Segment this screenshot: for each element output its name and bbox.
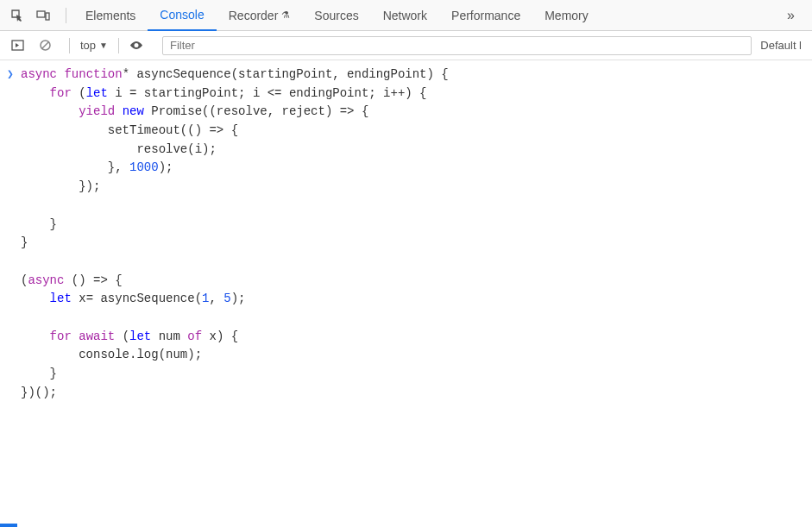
code-block: async function* asyncSequence(startingPo… [21, 66, 805, 402]
devtools-tabs: Elements Console Recorder⚗ Sources Netwo… [0, 0, 812, 31]
console-toolbar: top▼ Default l [0, 31, 812, 60]
console-input-line[interactable]: ❯ async function* asyncSequence(starting… [0, 66, 812, 402]
tab-performance[interactable]: Performance [439, 0, 532, 31]
caret-down-icon: ▼ [99, 41, 108, 50]
device-toggle-icon[interactable] [33, 5, 54, 26]
svg-rect-1 [46, 13, 49, 20]
context-selector[interactable]: top▼ [77, 39, 111, 52]
separator [69, 38, 70, 53]
inspect-icon[interactable] [7, 5, 28, 26]
tab-elements[interactable]: Elements [73, 0, 148, 31]
filter-input[interactable] [162, 36, 752, 55]
progress-indicator [0, 524, 17, 527]
log-levels[interactable]: Default l [760, 39, 805, 52]
tab-recorder[interactable]: Recorder⚗ [217, 0, 303, 31]
tab-network[interactable]: Network [371, 0, 439, 31]
eye-icon[interactable] [126, 35, 147, 56]
svg-rect-0 [37, 11, 45, 17]
separator [118, 38, 119, 53]
flask-icon: ⚗ [281, 9, 290, 21]
tab-console[interactable]: Console [148, 0, 216, 31]
sidebar-toggle-icon[interactable] [7, 35, 28, 56]
tab-memory[interactable]: Memory [532, 0, 601, 31]
clear-console-icon[interactable] [35, 35, 55, 56]
tab-sources[interactable]: Sources [302, 0, 370, 31]
more-tabs-icon[interactable]: » [777, 8, 805, 23]
console-output: ❯ async function* asyncSequence(starting… [0, 60, 812, 402]
svg-line-4 [41, 42, 48, 49]
separator [66, 8, 66, 23]
prompt-icon: ❯ [7, 66, 21, 84]
